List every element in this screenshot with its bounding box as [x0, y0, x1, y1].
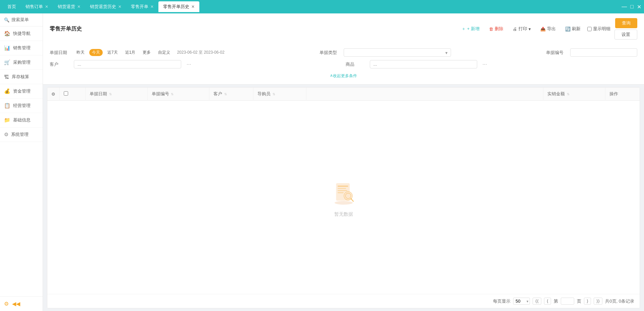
tab-retail-history-label: 零售开单历史: [163, 4, 189, 10]
operations-icon: 📋: [4, 103, 10, 109]
add-button[interactable]: ＋ + 新增: [459, 24, 482, 33]
svg-point-0: [335, 201, 353, 205]
sidebar-search-label: 搜索菜单: [11, 17, 29, 23]
filter-row-date: 单据日期 昨天 今天 近7天 近1月 更多 自定义 2023-06-02 至 2…: [50, 48, 637, 57]
sidebar-item-inventory-label: 库存核算: [12, 74, 29, 80]
add-icon: ＋: [461, 26, 466, 32]
doc-type-select[interactable]: [344, 48, 451, 57]
select-all-checkbox[interactable]: [64, 91, 68, 96]
tab-retail-history[interactable]: 零售开单历史 ✕: [158, 1, 199, 12]
inventory-icon: 🏗: [4, 74, 9, 80]
sidebar-item-operations[interactable]: 📋 经营管理: [0, 99, 43, 113]
date-opt-custom[interactable]: 自定义: [155, 49, 173, 56]
page-next-btn[interactable]: ⟩: [584, 298, 591, 305]
print-button[interactable]: 🖨 打印 ▾: [510, 24, 534, 33]
tab-retail-open-label: 零售开单: [131, 4, 148, 10]
th-num-sort-icon[interactable]: ⇅: [171, 92, 174, 96]
date-opt-1month[interactable]: 近1月: [122, 49, 138, 56]
page-first-btn[interactable]: ⟨⟨: [533, 298, 541, 305]
data-table: ⚙ 单据日期 ⇅ 单据编号 ⇅: [47, 88, 640, 101]
page-prev-btn[interactable]: ⟨: [544, 298, 551, 305]
svg-rect-2: [338, 186, 348, 187]
display-details-checkbox[interactable]: [587, 27, 592, 31]
tab-sales-return-history[interactable]: 销货退货历史 ✕: [85, 1, 126, 12]
date-opt-today[interactable]: 今天: [89, 49, 103, 56]
date-opt-7days[interactable]: 近7天: [105, 49, 120, 56]
export-button[interactable]: 📤 导出: [538, 24, 558, 33]
date-opt-more[interactable]: 更多: [140, 49, 153, 56]
purchase-icon: 🛒: [4, 59, 10, 65]
export-label: 导出: [547, 26, 556, 32]
th-empty: [306, 88, 543, 101]
filter-row-customer: 客户 ··· 商品 ···: [50, 60, 637, 68]
date-range-display: 2023-06-02 至 2023-06-02: [177, 50, 224, 55]
delete-icon: 🗑: [489, 27, 493, 32]
goods-input[interactable]: [370, 60, 477, 68]
table-header-row: ⚙ 单据日期 ⇅ 单据编号 ⇅: [47, 88, 640, 101]
per-page-label: 每页显示: [493, 298, 510, 304]
close-btn[interactable]: ✕: [637, 4, 641, 10]
doc-num-input[interactable]: [570, 48, 637, 57]
settings-gear-icon[interactable]: ⚙: [4, 301, 9, 307]
sidebar-item-sales-mgmt[interactable]: 📊 销售管理: [0, 41, 43, 55]
settings-button[interactable]: 设置: [614, 30, 637, 40]
sidebar: 🔍 搜索菜单 🏠 快捷导航 📊 销售管理 🛒 采购管理 🏗 库存核算 💰 资金管…: [0, 13, 43, 311]
main-layout: 🔍 搜索菜单 🏠 快捷导航 📊 销售管理 🛒 采购管理 🏗 库存核算 💰 资金管…: [0, 13, 644, 311]
customer-ellipsis-btn[interactable]: ···: [185, 61, 192, 67]
delete-label: 删除: [495, 26, 503, 32]
collapse-sidebar-icon[interactable]: ◀◀: [12, 301, 20, 307]
table-settings-icon[interactable]: ⚙: [51, 92, 55, 97]
svg-rect-3: [338, 188, 346, 189]
search-icon: 🔍: [4, 17, 9, 22]
sidebar-item-inventory[interactable]: 🏗 库存核算: [0, 70, 43, 84]
th-checkbox-all: [60, 88, 86, 101]
tab-home[interactable]: 首页: [3, 1, 21, 12]
goods-ellipsis-btn[interactable]: ···: [481, 61, 488, 67]
tab-sales-order-close[interactable]: ✕: [45, 4, 48, 9]
sidebar-search[interactable]: 🔍 搜索菜单: [0, 13, 43, 27]
home-icon: 🏠: [4, 31, 10, 37]
tab-retail-open[interactable]: 零售开单 ✕: [126, 1, 158, 12]
per-page-select[interactable]: 10 20 50 100: [513, 298, 530, 305]
sidebar-item-system-mgmt[interactable]: ⚙ 系统管理: [0, 127, 43, 142]
date-options: 昨天 今天 近7天 近1月 更多 自定义: [74, 49, 173, 56]
page-last-btn[interactable]: ⟩⟩: [594, 298, 602, 305]
tab-retail-history-close[interactable]: ✕: [191, 4, 195, 9]
tab-sales-return-history-close[interactable]: ✕: [118, 4, 121, 9]
sidebar-item-quick-nav[interactable]: 🏠 快捷导航: [0, 27, 43, 41]
page-number-input[interactable]: 1: [561, 298, 574, 305]
tab-retail-open-close[interactable]: ✕: [150, 4, 154, 9]
maximize-btn[interactable]: □: [630, 4, 634, 10]
sidebar-item-sales-mgmt-label: 销售管理: [13, 45, 31, 51]
refresh-button[interactable]: 🔄 刷新: [562, 24, 583, 33]
date-opt-yesterday[interactable]: 昨天: [74, 49, 87, 56]
display-details-toggle[interactable]: 显示明细: [587, 26, 610, 32]
customer-input[interactable]: [74, 60, 181, 68]
sidebar-item-system-mgmt-label: 系统管理: [11, 132, 29, 138]
per-page-select-wrapper: 10 20 50 100: [513, 298, 530, 305]
query-button[interactable]: 查询: [615, 18, 637, 28]
tab-sales-return-close[interactable]: ✕: [77, 4, 81, 9]
tab-sales-return[interactable]: 销货退货 ✕: [53, 1, 85, 12]
filter-area: 单据日期 昨天 今天 近7天 近1月 更多 自定义 2023-06-02 至 2…: [50, 44, 637, 84]
svg-rect-5: [338, 192, 344, 193]
tab-sales-order[interactable]: 销售订单 ✕: [21, 1, 53, 12]
th-salesperson-sort-icon[interactable]: ⇅: [273, 92, 275, 96]
delete-button[interactable]: 🗑 删除: [486, 24, 506, 33]
sidebar-item-purchase-mgmt[interactable]: 🛒 采购管理: [0, 55, 43, 70]
collapse-filter-row[interactable]: ∧ 收起更多条件: [50, 72, 637, 82]
minimize-btn[interactable]: —: [622, 4, 627, 10]
svg-rect-4: [338, 190, 347, 191]
refresh-icon: 🔄: [565, 27, 571, 32]
tab-sales-return-label: 销货退货: [58, 4, 75, 10]
collapse-label: 收起更多条件: [333, 73, 357, 79]
tab-sales-order-label: 销售订单: [26, 4, 43, 10]
sidebar-item-basic-info[interactable]: 📁 基础信息: [0, 113, 43, 127]
sidebar-item-basic-info-label: 基础信息: [13, 117, 31, 123]
th-amount-sort-icon[interactable]: ⇅: [567, 92, 569, 96]
th-date-sort-icon[interactable]: ⇅: [109, 92, 112, 96]
toolbar: ＋ + 新增 🗑 删除 🖨 打印 ▾ 📤 导出: [459, 18, 637, 40]
th-customer-sort-icon[interactable]: ⇅: [224, 92, 227, 96]
sidebar-item-finance-label: 资金管理: [13, 88, 31, 94]
sidebar-item-finance[interactable]: 💰 资金管理: [0, 84, 43, 99]
